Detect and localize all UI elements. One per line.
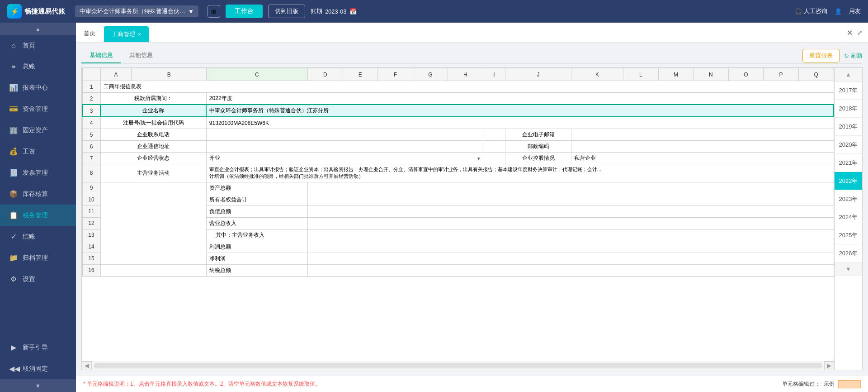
- cell-9-d[interactable]: [308, 182, 834, 194]
- row-num: 16: [82, 264, 100, 276]
- col-header-m[interactable]: M: [658, 68, 693, 81]
- row-num: 9: [82, 182, 100, 194]
- sidebar-item-home[interactable]: ⌂ 首页: [0, 35, 76, 56]
- sidebar-label-ledger: 总账: [23, 62, 35, 71]
- cell-15-d[interactable]: [308, 253, 834, 264]
- year-item-2021[interactable]: 2021年: [835, 154, 862, 172]
- sidebar-item-tax[interactable]: 📋 税务管理: [0, 205, 76, 226]
- cell-5-c[interactable]: [206, 129, 483, 141]
- sidebar-item-ledger[interactable]: ≡ 总账: [0, 56, 76, 77]
- sidebar-item-settings[interactable]: ⚙ 设置: [0, 268, 76, 290]
- sidebar-scroll-down[interactable]: ▼: [0, 379, 76, 392]
- sub-tab-basic-label: 基础信息: [90, 52, 113, 58]
- sub-tab-other[interactable]: 其他信息: [121, 48, 161, 63]
- sidebar-label-fund: 资金管理: [23, 105, 48, 113]
- company-copy-icon[interactable]: ⊞: [208, 5, 220, 18]
- col-header-e[interactable]: E: [343, 68, 378, 81]
- tab-bar: 首页 工商管理 × ✕ ⤢: [76, 23, 868, 43]
- tab-business[interactable]: 工商管理 ×: [104, 26, 149, 42]
- settle-icon: ✓: [9, 232, 18, 241]
- cell-12-c: 营业总收入: [206, 217, 307, 229]
- cell-10-d[interactable]: [308, 194, 834, 206]
- col-header-f[interactable]: F: [378, 68, 413, 81]
- old-version-button[interactable]: 切到旧版: [268, 5, 305, 18]
- sidebar-item-inventory[interactable]: 📦 库存核算: [0, 183, 76, 205]
- cell-5-k[interactable]: [571, 129, 834, 141]
- cell-13-d[interactable]: [308, 229, 834, 241]
- col-header-i[interactable]: I: [483, 68, 505, 81]
- cell-6-k[interactable]: [571, 141, 834, 153]
- col-header-k[interactable]: K: [571, 68, 623, 81]
- year-item-2019[interactable]: 2019年: [835, 118, 862, 136]
- year-panel-down-btn[interactable]: ▼: [835, 263, 862, 276]
- horizontal-scrollbar[interactable]: [94, 363, 822, 368]
- col-header-b[interactable]: B: [132, 68, 206, 81]
- year-item-2025[interactable]: 2025年: [835, 226, 862, 244]
- cell-12-d[interactable]: [308, 217, 834, 229]
- col-header-c[interactable]: C: [206, 68, 307, 81]
- sidebar-item-invoice[interactable]: 🧾 发票管理: [0, 162, 76, 183]
- table-title-cell[interactable]: 工商年报信息表: [100, 81, 834, 93]
- col-header-j[interactable]: J: [505, 68, 571, 81]
- cell-4-ab: 注册号/统一社会信用代码: [100, 117, 206, 129]
- cell-2-c[interactable]: 2022年度: [206, 93, 834, 105]
- sidebar-item-archive[interactable]: 📁 归档管理: [0, 247, 76, 268]
- cell-3-c[interactable]: 中审众环会计师事务所（特殊普通合伙）江苏分所: [206, 105, 834, 117]
- cell-6-c[interactable]: [206, 141, 483, 153]
- cell-7-k[interactable]: 私营企业: [571, 153, 834, 164]
- col-header-p[interactable]: P: [764, 68, 799, 81]
- headset-icon: 🎧: [795, 8, 802, 15]
- cell-8-c[interactable]: 审查企业会计报表；出具审计报告；验证企业资本；出具验资报告；办理企业合开、分立、…: [206, 164, 834, 182]
- year-item-2026[interactable]: 2026年: [835, 244, 862, 263]
- cell-11-d[interactable]: [308, 206, 834, 217]
- calendar-icon[interactable]: 📅: [349, 8, 357, 15]
- sidebar-item-settle[interactable]: ✓ 结账: [0, 226, 76, 247]
- year-item-2017[interactable]: 2017年: [835, 81, 862, 100]
- col-header-d[interactable]: D: [308, 68, 343, 81]
- table-title-text: 工商年报信息表: [104, 83, 142, 90]
- sidebar-item-fund[interactable]: 💳 资金管理: [0, 98, 76, 120]
- year-item-2024[interactable]: 2024年: [835, 208, 862, 226]
- col-header-l[interactable]: L: [623, 68, 659, 81]
- year-panel-up-btn[interactable]: ▲: [835, 68, 862, 81]
- year-item-2022[interactable]: 2022年: [835, 172, 862, 190]
- refresh-button[interactable]: ↻ 刷新: [844, 52, 863, 60]
- sidebar-item-unpin[interactable]: ◀◀ 取消固定: [0, 358, 76, 379]
- reset-button[interactable]: 重置报表: [802, 49, 840, 62]
- sidebar-scroll-up[interactable]: ▲: [0, 23, 76, 35]
- col-header-a[interactable]: A: [100, 68, 132, 81]
- workbench-button[interactable]: 工作台: [226, 5, 263, 18]
- archive-icon: 📁: [9, 253, 18, 262]
- service-button[interactable]: 🎧 人工咨询: [795, 7, 827, 15]
- row-num: 5: [82, 129, 100, 141]
- close-window-icon[interactable]: ✕: [847, 29, 853, 37]
- tab-home[interactable]: 首页: [76, 24, 103, 42]
- year-item-2018[interactable]: 2018年: [835, 100, 862, 118]
- cell-16-d[interactable]: [308, 264, 834, 276]
- row-num: 14: [82, 241, 100, 253]
- col-header-o[interactable]: O: [728, 68, 764, 81]
- col-header-n[interactable]: N: [693, 68, 729, 81]
- scroll-right-button[interactable]: ▶: [824, 361, 834, 370]
- company-selector[interactable]: 中审众环会计师事务所（特殊普通合伙… ▼: [75, 5, 198, 17]
- cell-7-ab: 企业经营状态: [100, 153, 206, 164]
- spreadsheet-main: A B C D E F G H I J: [82, 68, 834, 370]
- cell-14-d[interactable]: [308, 241, 834, 253]
- expand-window-icon[interactable]: ⤢: [857, 29, 863, 36]
- sidebar-item-guide[interactable]: ▶ 新手引导: [0, 337, 76, 358]
- sidebar-item-payroll[interactable]: 💰 工资: [0, 141, 76, 162]
- col-header-h[interactable]: H: [448, 68, 483, 81]
- scroll-left-button[interactable]: ◀: [82, 361, 92, 370]
- spreadsheet-table-wrapper[interactable]: A B C D E F G H I J: [82, 68, 834, 361]
- year-item-2020[interactable]: 2020年: [835, 136, 862, 154]
- sidebar-item-report[interactable]: 📊 报表中心: [0, 77, 76, 98]
- topbar: ⚡ 畅捷通易代账 中审众环会计师事务所（特殊普通合伙… ▼ ⊞ 工作台 切到旧版…: [0, 0, 868, 23]
- cell-7-c[interactable]: 开业 ▼: [206, 153, 483, 164]
- year-item-2023[interactable]: 2023年: [835, 190, 862, 208]
- cell-4-c[interactable]: 91320100MA208E5W6K: [206, 117, 834, 129]
- tab-close-icon[interactable]: ×: [138, 31, 141, 38]
- sub-tab-basic[interactable]: 基础信息: [81, 48, 121, 63]
- col-header-g[interactable]: G: [413, 68, 448, 81]
- sidebar-item-asset[interactable]: 🏢 固定资产: [0, 120, 76, 141]
- col-header-q[interactable]: Q: [798, 68, 834, 81]
